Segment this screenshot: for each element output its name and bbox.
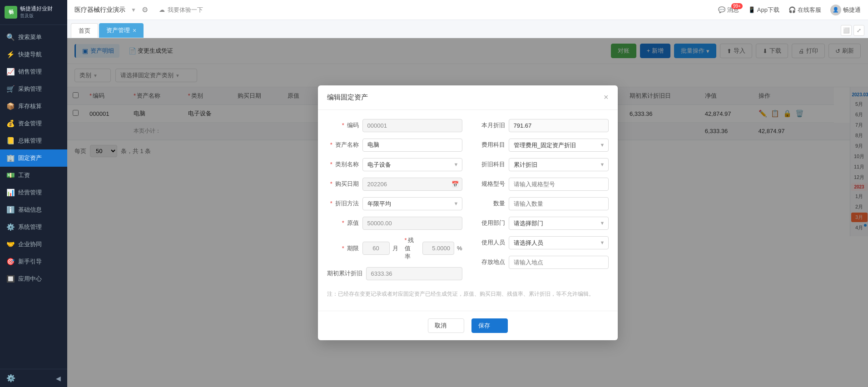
purchase-date-label: * 购买日期 (327, 180, 359, 188)
username: 畅捷通 (843, 6, 861, 14)
sidebar-item-fixed-assets[interactable]: 🏢 固定资产 (0, 149, 67, 167)
field-life-residual: * 期限 月 *残值率 (327, 236, 462, 261)
user-avatar: 👤 (830, 5, 841, 15)
department-select[interactable]: 请选择部门 (509, 217, 609, 230)
message-count: 99+ (731, 3, 743, 9)
field-original-value: * 原值 (327, 217, 462, 230)
sidebar-item-nav[interactable]: ⚡ 快捷导航 (0, 46, 67, 63)
code-input[interactable] (362, 119, 462, 132)
form-left-col: * 编码 * 资产名称 (327, 119, 462, 287)
collapse-icon[interactable]: ◀ (56, 375, 61, 382)
method-select[interactable]: 年限平均 (362, 197, 462, 210)
category-select-wrap: 电子设备 ▼ (362, 158, 462, 171)
sidebar-item-ledger[interactable]: 📒 总账管理 (0, 132, 67, 149)
settings-gear-icon[interactable]: ⚙ (142, 5, 148, 14)
calendar-icon[interactable]: 📅 (451, 181, 459, 188)
tab-close-icon[interactable]: × (133, 27, 136, 34)
logo-icon: 畅 (5, 6, 17, 19)
modal-body: * 编码 * 资产名称 (318, 110, 618, 311)
category-select[interactable]: 电子设备 (362, 158, 462, 171)
modal-close-button[interactable]: × (604, 93, 609, 102)
person-select[interactable]: 请选择人员 (509, 236, 609, 249)
person-label: 使用人员 (473, 238, 505, 247)
purchase-icon: 🛒 (6, 85, 15, 93)
guide-icon: 🎯 (6, 258, 15, 266)
sidebar-item-guide[interactable]: 🎯 新手引导 (0, 253, 67, 270)
sidebar-item-inventory[interactable]: 📦 库存核算 (0, 98, 67, 115)
sidebar-item-purchase[interactable]: 🛒 采购管理 (0, 80, 67, 98)
field-purchase-date: * 购买日期 📅 (327, 178, 462, 191)
fixed-assets-icon: 🏢 (6, 154, 15, 162)
sidebar-item-operations[interactable]: 📊 经营管理 (0, 184, 67, 201)
sidebar-item-label: 固定资产 (18, 154, 42, 162)
window-expand-icon[interactable]: ⤢ (853, 25, 864, 36)
modal-footer: 取消 保存 (318, 311, 618, 340)
online-service-btn[interactable]: 🎧 在线客服 (789, 6, 821, 14)
capital-icon: 💰 (6, 119, 15, 128)
method-select-wrap: 年限平均 ▼ (362, 197, 462, 210)
app-logo: 畅 畅捷通好业财 普及版 (5, 5, 63, 19)
sidebar-item-app-center[interactable]: 🔲 应用中心 (0, 270, 67, 288)
field-code: * 编码 (327, 119, 462, 132)
sidebar-item-label: 总账管理 (18, 137, 42, 145)
sidebar-item-salary[interactable]: 💵 工资 (0, 167, 67, 184)
sidebar-header: 畅 畅捷通好业财 普及版 (0, 0, 67, 25)
person-wrap: 请选择人员 ▼ (509, 236, 609, 249)
residual-rate-label-inline: *残值率 (405, 236, 416, 261)
mobile-icon: 📱 (748, 6, 755, 13)
tab-home-label: 首页 (79, 27, 90, 35)
opening-depr-input[interactable] (366, 267, 462, 280)
life-input[interactable] (362, 242, 390, 255)
user-menu[interactable]: 👤 畅捷通 (830, 5, 861, 15)
app-edition: 普及版 (20, 13, 53, 19)
expense-subject-wrap: 管理费用_固定资产折旧 ▼ (509, 139, 609, 152)
sidebar-item-enterprise[interactable]: 🤝 企业协同 (0, 236, 67, 253)
original-value-label: * 原值 (327, 219, 359, 227)
experience-btn[interactable]: ☁ 我要体验一下 (159, 6, 203, 14)
tab-asset-management[interactable]: 资产管理 × (99, 23, 144, 38)
field-person: 使用人员 请选择人员 ▼ (473, 236, 609, 249)
purchase-date-input[interactable] (362, 178, 462, 191)
sidebar-item-system[interactable]: ⚙️ 系统管理 (0, 218, 67, 236)
tab-asset-label: 资产管理 (106, 26, 130, 35)
residual-rate-input[interactable] (422, 242, 454, 255)
sidebar-item-label: 销售管理 (18, 68, 42, 76)
cancel-button[interactable]: 取消 (428, 318, 464, 333)
enterprise-icon: 🤝 (6, 240, 15, 248)
app-download-btn[interactable]: 📱 App下载 (748, 6, 779, 14)
sidebar-item-basic-info[interactable]: ℹ️ 基础信息 (0, 201, 67, 218)
code-label: * 编码 (327, 121, 359, 129)
app-download-label: App下载 (757, 6, 779, 14)
project-dropdown-icon[interactable]: ▼ (131, 7, 136, 13)
headset-icon: 🎧 (789, 6, 796, 13)
system-icon: ⚙️ (6, 223, 15, 231)
sidebar-item-label: 经营管理 (18, 189, 42, 197)
sidebar-item-search[interactable]: 🔍 搜索菜单 (0, 29, 67, 46)
message-btn[interactable]: 💬 消息 99+ (718, 6, 739, 14)
field-quantity: 数量 (473, 197, 609, 210)
main-area: 医疗器械行业演示 ▼ ⚙ ☁ 我要体验一下 💬 消息 99+ 📱 App下载 🎧 (67, 0, 868, 387)
quantity-input[interactable] (509, 197, 609, 210)
sidebar-item-capital[interactable]: 💰 资金管理 (0, 115, 67, 132)
modal-header: 编辑固定资产 × (318, 85, 618, 110)
spec-input[interactable] (509, 178, 609, 191)
online-service-label: 在线客服 (798, 6, 821, 14)
expense-subject-select[interactable]: 管理费用_固定资产折旧 (509, 139, 609, 152)
settings-icon[interactable]: ⚙️ (6, 374, 15, 382)
original-value-input[interactable] (362, 217, 462, 230)
topbar-right: 💬 消息 99+ 📱 App下载 🎧 在线客服 👤 畅捷通 (718, 5, 861, 15)
edit-asset-modal: 编辑固定资产 × * 编码 (318, 85, 618, 340)
sales-icon: 📈 (6, 68, 15, 76)
depr-subject-select[interactable]: 累计折旧 (509, 158, 609, 171)
asset-name-label: * 资产名称 (327, 141, 359, 149)
field-method: * 折旧方法 年限平均 ▼ (327, 197, 462, 210)
save-button[interactable]: 保存 (471, 318, 508, 333)
window-restore-icon[interactable]: ⬜ (841, 25, 852, 36)
nav-icon: ⚡ (6, 50, 15, 59)
life-unit: 月 (392, 244, 398, 253)
tab-home[interactable]: 首页 (71, 23, 98, 38)
sidebar-item-sales[interactable]: 📈 销售管理 (0, 63, 67, 80)
form-right-col: 本月折旧 费用科目 管理费用_固定资产折旧 (473, 119, 609, 287)
location-input[interactable] (509, 256, 609, 269)
asset-name-input[interactable] (362, 139, 462, 152)
